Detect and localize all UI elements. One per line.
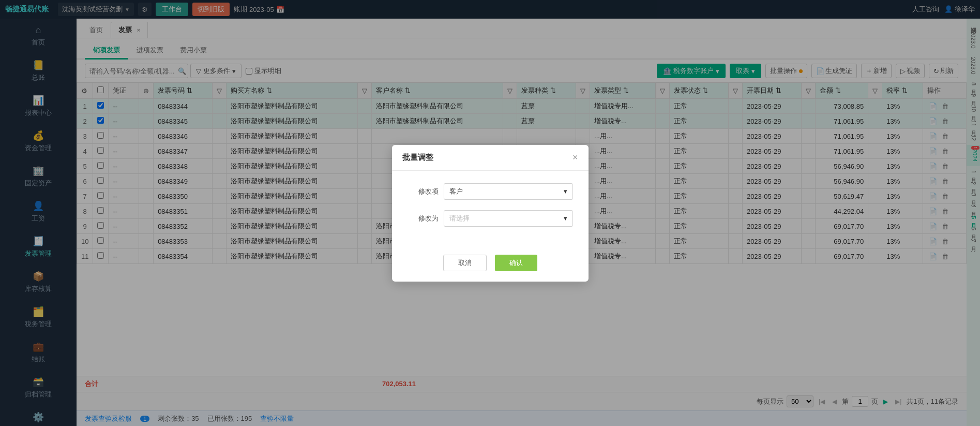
change-select-arrow: ▾ xyxy=(564,214,567,222)
field-label: 修改项 xyxy=(408,187,439,196)
modal-header: 批量调整 × xyxy=(392,145,589,171)
modal-close-button[interactable]: × xyxy=(572,152,578,163)
change-select[interactable]: 请选择 ▾ xyxy=(444,210,573,227)
change-label: 修改为 xyxy=(408,214,439,223)
modal-footer: 取消 确认 xyxy=(392,249,589,282)
change-placeholder: 请选择 xyxy=(449,214,470,223)
field-select[interactable]: 客户 ▾ xyxy=(444,183,573,200)
field-row: 修改项 客户 ▾ xyxy=(408,183,573,200)
field-select-arrow: ▾ xyxy=(564,187,567,195)
change-row: 修改为 请选择 ▾ xyxy=(408,210,573,227)
batch-adjust-modal: 批量调整 × 修改项 客户 ▾ 修改为 请选择 ▾ 取消 确认 xyxy=(392,145,589,282)
field-value: 客户 xyxy=(449,187,463,196)
modal-title: 批量调整 xyxy=(402,153,433,163)
modal-body: 修改项 客户 ▾ 修改为 请选择 ▾ xyxy=(392,171,589,249)
modal-overlay[interactable]: 批量调整 × 修改项 客户 ▾ 修改为 请选择 ▾ 取消 确认 xyxy=(0,0,980,426)
confirm-button[interactable]: 确认 xyxy=(495,255,537,271)
cancel-button[interactable]: 取消 xyxy=(443,255,487,271)
